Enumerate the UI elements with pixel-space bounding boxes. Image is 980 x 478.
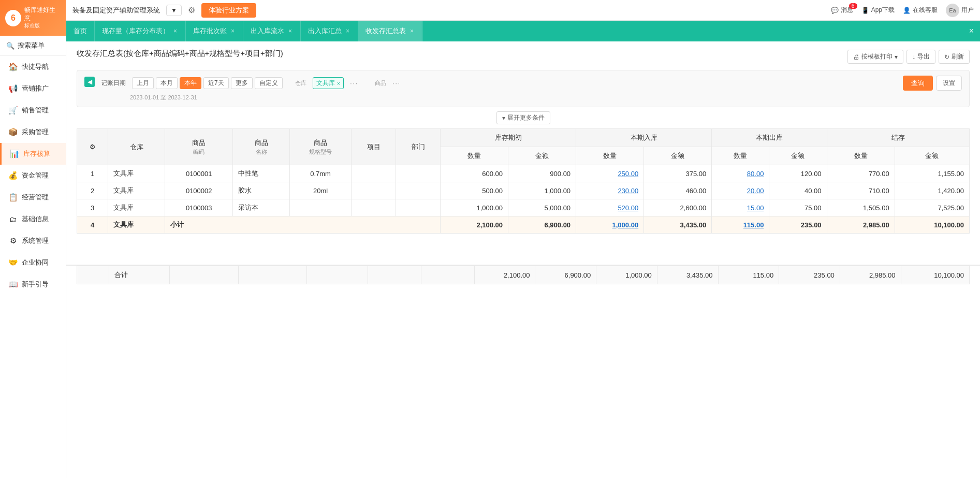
messages-button[interactable]: 💬 消息 6 [831,6,853,15]
table-row: 1 文具库 0100001 中性笔 0.7mm 600.00 900.00 25… [77,165,970,182]
total-closing-amt: 10,100.00 [901,266,969,284]
system-dropdown[interactable]: ▼ [166,5,182,16]
tab-inout-flow-label: 出入库流水 [251,26,284,36]
row-out-amt: 120.00 [769,165,827,182]
row-out-qty[interactable]: 80.00 [712,165,769,182]
row-in-amt: 375.00 [644,165,712,182]
sidebar-search[interactable]: 🔍 搜索菜单 [0,36,66,56]
row-goods-spec: 0.7mm [290,165,352,182]
goods-more[interactable]: ··· [392,80,401,87]
expand-icon: ▾ [502,114,505,122]
sidebar-search-label: 搜索菜单 [18,41,45,50]
total-opening-qty: 2,100.00 [474,266,535,284]
filter-row-date: 记账日期 上月 本月 本年 近7天 更多 自定义 仓库 文具库 × ··· [101,76,962,91]
subtotal-opening-qty: 2,100.00 [441,216,508,234]
warehouse-more[interactable]: ··· [350,80,358,87]
date-btn-this-year[interactable]: 本年 [180,77,201,89]
total-out-qty: 115.00 [718,266,779,284]
subtotal-opening-amt: 6,900.00 [508,216,576,234]
sidebar-item-inventory[interactable]: 📊 库存核算 [0,143,66,165]
goods-label: 商品 [375,79,386,87]
date-range-value: 2023-01-01 至 2023-12-31 [130,94,197,102]
row-in-qty[interactable]: 230.00 [576,182,644,199]
sidebar-item-guide[interactable]: 📖 新手引导 [0,273,66,295]
tab-receive-send[interactable]: 收发存汇总表 × [358,21,422,41]
export-button[interactable]: ↓ 导出 [906,50,935,64]
tab-inout-flow[interactable]: 出入库流水 × [243,21,301,41]
tab-batch-label: 库存批次账 [193,26,227,36]
subtotal-out-amt: 235.00 [769,216,827,234]
sidebar-item-label: 营销推广 [22,84,49,93]
tab-batch[interactable]: 库存批次账 × [186,21,243,41]
sidebar-item-finance[interactable]: 💰 资金管理 [0,165,66,186]
tab-stock-dist[interactable]: 现存量（库存分布表） × [95,21,186,41]
date-btn-more[interactable]: 更多 [231,77,253,89]
topbar: 装备及固定资产辅助管理系统 ▼ ⚙ 体验行业方案 💬 消息 6 📱 App下载 … [66,0,980,21]
subtotal-out-qty[interactable]: 115.00 [712,216,769,234]
query-button[interactable]: 查询 [903,76,933,91]
row-index: 2 [77,182,108,199]
th-opening-qty: 数量 [441,147,508,165]
date-range-label: 仓库 [295,79,306,87]
row-out-qty[interactable]: 20.00 [712,182,769,199]
sidebar-item-quick-nav[interactable]: 🏠 快捷导航 [0,56,66,78]
tab-receive-send-close[interactable]: × [409,26,415,36]
date-btn-this-month[interactable]: 本月 [156,77,178,89]
try-button[interactable]: 体验行业方案 [201,3,256,18]
tab-stock-dist-close[interactable]: × [172,26,178,36]
warehouse-tag-close[interactable]: × [337,80,340,86]
date-btn-last-month[interactable]: 上月 [132,77,154,89]
row-in-qty[interactable]: 520.00 [576,199,644,216]
refresh-button[interactable]: ↻ 刷新 [939,50,970,64]
tab-inout-summary-close[interactable]: × [345,26,350,36]
tab-inout-flow-close[interactable]: × [287,26,293,36]
tab-stock-dist-label: 现存量（库存分布表） [102,26,169,36]
sidebar-item-sales[interactable]: 🛒 销售管理 [0,99,66,121]
expand-label: 展开更多条件 [507,113,545,122]
total-project-col [368,266,421,284]
app-download-button[interactable]: 📱 App下载 [861,6,895,15]
system-name: 装备及固定资产辅助管理系统 [72,6,160,15]
row-project [352,165,396,182]
row-out-qty[interactable]: 15.00 [712,199,769,216]
sidebar-item-label: 新手引导 [22,280,49,289]
print-button[interactable]: 🖨 按模板打印 ▾ [847,50,903,64]
sidebar-item-marketing[interactable]: 📢 营销推广 [0,78,66,99]
sidebar-item-purchase[interactable]: 📦 采购管理 [0,121,66,143]
user-menu[interactable]: Ea 用户 [946,4,974,17]
total-in-qty: 1,000.00 [596,266,657,284]
filter-collapse-button[interactable]: ◀ [84,77,95,87]
row-out-amt: 40.00 [769,182,827,199]
sidebar-item-operations[interactable]: 📋 经营管理 [0,186,66,208]
filter-settings-button[interactable]: 设置 [936,76,962,91]
total-name-col [238,266,306,284]
tab-home[interactable]: 首页 [66,21,95,41]
date-btn-custom[interactable]: 自定义 [255,77,283,89]
subtotal-closing-amt: 10,100.00 [895,216,969,234]
sidebar-item-cooperation[interactable]: 🤝 企业协同 [0,252,66,273]
online-service-button[interactable]: 👤 在线客服 [903,6,938,15]
sidebar-item-basic-info[interactable]: 🗂 基础信息 [0,208,66,230]
row-department [396,165,441,182]
th-in-qty: 数量 [576,147,644,165]
th-project: 项目 [352,129,396,165]
expand-more-button[interactable]: ▾ 展开更多条件 [496,111,550,124]
sidebar-item-label: 销售管理 [22,106,49,115]
row-in-qty[interactable]: 250.00 [576,165,644,182]
total-empty1 [77,266,109,284]
row-index: 3 [77,199,108,216]
tab-inout-summary[interactable]: 出入库汇总 × [301,21,358,41]
topbar-right: 💬 消息 6 📱 App下载 👤 在线客服 Ea 用户 [831,4,974,17]
date-btn-7days[interactable]: 近7天 [203,77,229,89]
basic-info-icon: 🗂 [8,214,18,224]
subtotal-in-qty[interactable]: 1,000.00 [576,216,644,234]
th-closing-amt: 金额 [895,147,969,165]
tab-batch-close[interactable]: × [230,26,236,36]
tab-bar-close-all[interactable]: × [963,26,980,36]
total-dept-col [421,266,474,284]
search-icon: 🔍 [6,42,14,50]
th-settings[interactable]: ⚙ [77,129,108,165]
warehouse-tag[interactable]: 文具库 × [313,77,344,89]
sidebar-item-system[interactable]: ⚙ 系统管理 [0,230,66,252]
gear-icon[interactable]: ⚙ [188,5,195,15]
